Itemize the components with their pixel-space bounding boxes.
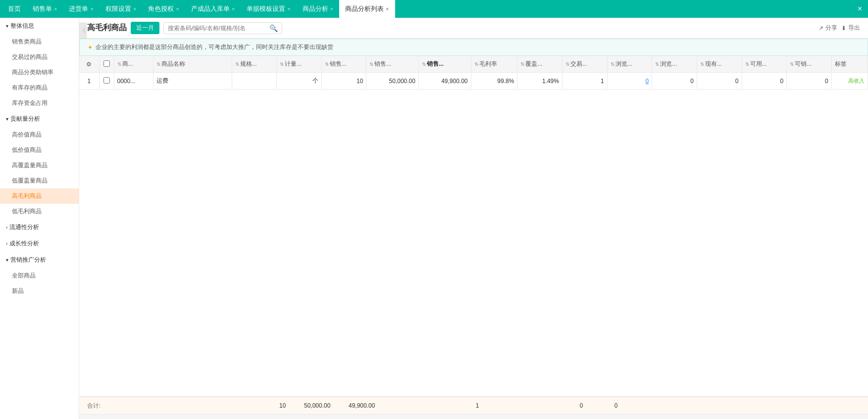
col-sales3: ⇅销售... <box>418 56 471 73</box>
row-checkbox-cell[interactable] <box>99 73 114 90</box>
footer-current-stock: 0 <box>551 402 586 409</box>
col-sales2: ⇅销售... <box>366 56 419 73</box>
filter-recent-month-button[interactable]: 近一月 <box>131 22 159 34</box>
row-spec <box>232 73 277 90</box>
nav-product-analysis[interactable]: 商品分析 × <box>297 0 339 18</box>
nav-product-analysis-list[interactable]: 商品分析列表 × <box>339 0 395 18</box>
footer-transactions: 1 <box>447 402 482 409</box>
close-product-analysis[interactable]: × <box>330 6 333 12</box>
footer-sales3: 49,900.00 <box>333 402 378 409</box>
info-icon: ✦ <box>88 44 93 51</box>
share-button[interactable]: ↗ 分享 <box>818 24 837 32</box>
col-browse2: ⇅浏览... <box>652 56 697 73</box>
nav-sales-order[interactable]: 销售单 × <box>27 0 63 18</box>
footer-sales2: 50,000.00 <box>289 402 333 409</box>
col-gross-rate: ⇅毛利率 <box>471 56 517 73</box>
sidebar-item-category-sales-rate[interactable]: 商品分类助销率 <box>0 65 79 80</box>
chevron-right-icon: › <box>6 225 7 230</box>
row-sales2: 50,000.00 <box>366 73 419 90</box>
export-button[interactable]: ⬇ 导出 <box>841 24 860 32</box>
search-box: 🔍 <box>163 22 282 34</box>
sidebar-item-low-coverage[interactable]: 低覆盖量商品 <box>0 173 79 188</box>
sidebar-item-in-stock-goods[interactable]: 有库存的商品 <box>0 80 79 95</box>
search-icon[interactable]: 🔍 <box>269 24 278 32</box>
chevron-down-icon: ▾ <box>6 23 8 29</box>
data-table: ⚙ ⇅商... ⇅商品名称 ⇅规格... ⇅计量... ⇅销售... ⇅销售..… <box>79 56 868 90</box>
close-sales-order[interactable]: × <box>54 6 57 12</box>
sidebar-item-traded-goods[interactable]: 交易过的商品 <box>0 49 79 65</box>
chevron-down-icon: ▾ <box>6 116 8 122</box>
row-sales1: 10 <box>321 73 366 90</box>
close-template-settings[interactable]: × <box>287 6 290 12</box>
sidebar-group-contribution[interactable]: ▾ 贡献量分析 <box>0 111 79 127</box>
close-product-inbound[interactable]: × <box>232 6 235 12</box>
row-available: 0 <box>742 73 787 90</box>
table-row: 1 0000... 运费 个 10 50,000.00 49,900.00 99… <box>79 73 868 90</box>
sidebar-item-all-goods[interactable]: 全部商品 <box>0 268 79 283</box>
page-title: 高毛利商品 <box>87 23 127 33</box>
close-permission-settings[interactable]: × <box>133 6 136 12</box>
horizontal-scrollbar[interactable] <box>79 414 868 419</box>
nav-role-auth[interactable]: 角色授权 × <box>142 0 185 18</box>
footer-sales1: 10 <box>259 402 289 409</box>
col-sales1: ⇅销售... <box>321 56 366 73</box>
col-sellable: ⇅可销... <box>787 56 832 73</box>
sidebar-item-high-value[interactable]: 高价值商品 <box>0 127 79 142</box>
col-browse1: ⇅浏览... <box>607 56 652 73</box>
close-all-tabs[interactable]: × <box>854 4 866 13</box>
row-sales3: 49,900.00 <box>418 73 471 90</box>
col-unit: ⇅计量... <box>277 56 322 73</box>
sidebar-item-high-coverage[interactable]: 高覆盖量商品 <box>0 158 79 173</box>
nav-permission-settings[interactable]: 权限设置 × <box>100 0 142 18</box>
settings-icon: ⚙ <box>86 61 92 68</box>
col-coverage: ⇅覆盖... <box>517 56 562 73</box>
col-spec: ⇅规格... <box>232 56 277 73</box>
sidebar-item-high-margin[interactable]: 高毛利商品 <box>0 188 79 204</box>
content-header: 高毛利商品 近一月 🔍 ↗ 分享 ⬇ 导出 <box>79 18 868 39</box>
nav-template-settings[interactable]: 单据模板设置 × <box>241 0 296 18</box>
sidebar-group-overview[interactable]: ▾ 整体信息 <box>0 18 79 34</box>
col-available: ⇅可用... <box>742 56 787 73</box>
sidebar-item-stock-capital[interactable]: 库存资金占用 <box>0 95 79 111</box>
row-browse1[interactable]: 0 <box>607 73 652 90</box>
top-navigation: 首页 销售单 × 进货单 × 权限设置 × 角色授权 × 产成品入库单 × 单据… <box>0 0 868 18</box>
chevron-right-icon: › <box>6 241 7 246</box>
table-header-row: ⚙ ⇅商... ⇅商品名称 ⇅规格... ⇅计量... ⇅销售... ⇅销售..… <box>79 56 868 73</box>
sidebar-item-low-margin[interactable]: 低毛利商品 <box>0 204 79 219</box>
row-gross-rate: 99.8% <box>471 73 517 90</box>
sidebar-item-new-goods[interactable]: 新品 <box>0 283 79 299</box>
data-table-container: ⚙ ⇅商... ⇅商品名称 ⇅规格... ⇅计量... ⇅销售... ⇅销售..… <box>79 56 868 396</box>
row-index: 1 <box>79 73 99 90</box>
sidebar: ▾ 整体信息 销售类商品 交易过的商品 商品分类助销率 有库存的商品 库存资金占… <box>0 18 79 419</box>
row-name: 运费 <box>153 73 232 90</box>
select-all-checkbox[interactable] <box>103 60 110 67</box>
col-name: ⇅商品名称 <box>153 56 232 73</box>
col-transactions: ⇅交易... <box>562 56 607 73</box>
row-checkbox[interactable] <box>103 77 110 84</box>
row-unit: 个 <box>277 73 322 90</box>
close-product-analysis-list[interactable]: × <box>386 6 389 12</box>
chevron-down-icon: ▾ <box>6 257 8 263</box>
col-settings[interactable]: ⚙ <box>79 56 99 73</box>
export-icon: ⬇ <box>841 25 846 32</box>
close-purchase-order[interactable]: × <box>90 6 93 12</box>
nav-home[interactable]: 首页 <box>2 0 27 18</box>
sidebar-item-low-value[interactable]: 低价值商品 <box>0 142 79 158</box>
close-role-auth[interactable]: × <box>176 6 179 12</box>
sidebar-item-sales-goods[interactable]: 销售类商品 <box>0 34 79 49</box>
row-current-stock: 0 <box>697 73 742 90</box>
content-area: 《 高毛利商品 近一月 🔍 ↗ 分享 ⬇ 导出 ✦ 企 <box>79 18 868 419</box>
main-layout: ▾ 整体信息 销售类商品 交易过的商品 商品分类助销率 有库存的商品 库存资金占… <box>0 18 868 419</box>
nav-purchase-order[interactable]: 进货单 × <box>63 0 99 18</box>
col-code: ⇅商... <box>114 56 153 73</box>
col-tag: 标签 <box>831 56 868 73</box>
footer-label: 合计: <box>87 402 101 410</box>
footer-cells: 10 50,000.00 49,900.00 1 0 0 <box>104 402 860 409</box>
sidebar-group-liquidity[interactable]: › 流通性分析 <box>0 219 79 235</box>
nav-product-inbound[interactable]: 产成品入库单 × <box>185 0 241 18</box>
sidebar-group-marketing[interactable]: ▾ 营销推广分析 <box>0 252 79 268</box>
sidebar-collapse-button[interactable]: 《 <box>79 23 87 39</box>
col-checkbox[interactable] <box>99 56 114 73</box>
search-input[interactable] <box>168 25 269 32</box>
sidebar-group-growth[interactable]: › 成长性分析 <box>0 235 79 252</box>
